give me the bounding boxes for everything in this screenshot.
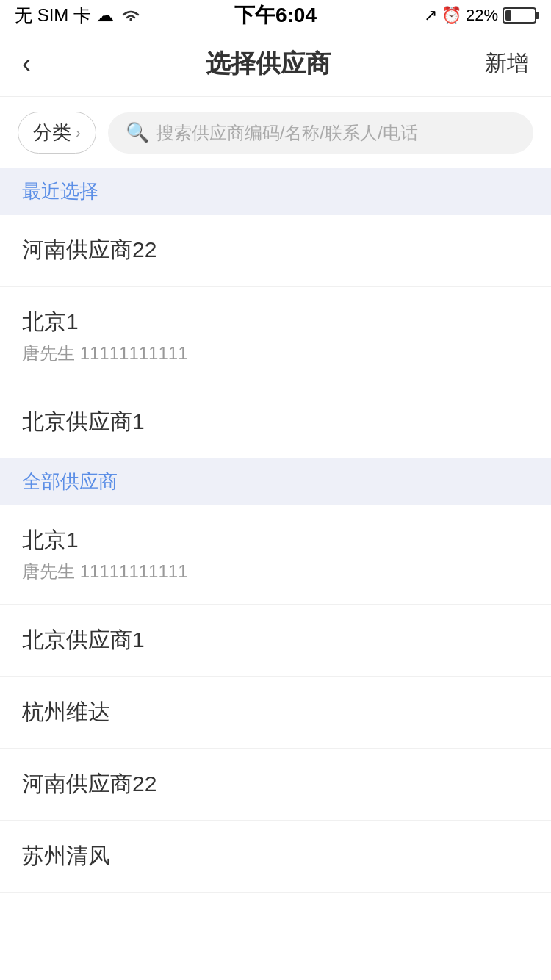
item-name: 河南供应商22 <box>22 235 529 265</box>
recent-header-text: 最近选择 <box>22 180 98 202</box>
recent-section-header: 最近选择 <box>0 168 551 215</box>
back-button[interactable]: ‹ <box>22 48 66 79</box>
recent-list: 河南供应商22 北京1 唐先生 11111111111 北京供应商1 <box>0 215 551 458</box>
list-item[interactable]: 北京供应商1 <box>0 386 551 458</box>
list-item[interactable]: 河南供应商22 <box>0 215 551 287</box>
item-name: 北京供应商1 <box>22 407 529 437</box>
battery-icon <box>503 7 536 24</box>
location-icon: ↗ <box>424 6 437 25</box>
category-button[interactable]: 分类 › <box>18 112 96 154</box>
item-sub: 唐先生 11111111111 <box>22 560 529 583</box>
alarm-icon: ⏰ <box>442 6 461 25</box>
list-item[interactable]: 苏州清风 <box>0 821 551 893</box>
all-section-header: 全部供应商 <box>0 458 551 505</box>
page-title: 选择供应商 <box>206 47 331 81</box>
search-input[interactable]: 🔍 搜索供应商编码/名称/联系人/电话 <box>108 112 533 154</box>
item-name: 杭州维达 <box>22 697 529 727</box>
status-bar: 无 SIM 卡 ☁ 下午6:04 ↗ ⏰ 22% <box>0 0 551 31</box>
item-name: 河南供应商22 <box>22 769 529 799</box>
search-icon: 🔍 <box>126 121 149 144</box>
add-button[interactable]: 新增 <box>470 48 529 79</box>
search-bar: 分类 › 🔍 搜索供应商编码/名称/联系人/电话 <box>0 97 551 168</box>
battery-pct: 22% <box>466 6 498 25</box>
list-item[interactable]: 北京供应商1 <box>0 605 551 677</box>
status-time: 下午6:04 <box>234 1 317 29</box>
all-header-text: 全部供应商 <box>22 470 118 492</box>
item-name: 北京供应商1 <box>22 625 529 655</box>
status-left: 无 SIM 卡 ☁ <box>15 4 142 27</box>
item-name: 北京1 <box>22 307 529 337</box>
list-item[interactable]: 北京1 唐先生 11111111111 <box>0 505 551 605</box>
list-item[interactable]: 河南供应商22 <box>0 749 551 821</box>
item-name: 北京1 <box>22 525 529 555</box>
item-sub: 唐先生 11111111111 <box>22 342 529 365</box>
sim-status: 无 SIM 卡 ☁ <box>15 4 114 27</box>
nav-bar: ‹ 选择供应商 新增 <box>0 31 551 97</box>
wifi-icon <box>120 7 142 24</box>
category-label: 分类 <box>33 120 71 145</box>
list-item[interactable]: 杭州维达 <box>0 677 551 749</box>
all-list: 北京1 唐先生 11111111111 北京供应商1 杭州维达 河南供应商22 … <box>0 505 551 893</box>
search-placeholder: 搜索供应商编码/名称/联系人/电话 <box>156 121 418 145</box>
item-name: 苏州清风 <box>22 841 529 871</box>
chevron-right-icon: › <box>76 124 81 141</box>
status-right: ↗ ⏰ 22% <box>424 6 536 25</box>
list-item[interactable]: 北京1 唐先生 11111111111 <box>0 287 551 386</box>
